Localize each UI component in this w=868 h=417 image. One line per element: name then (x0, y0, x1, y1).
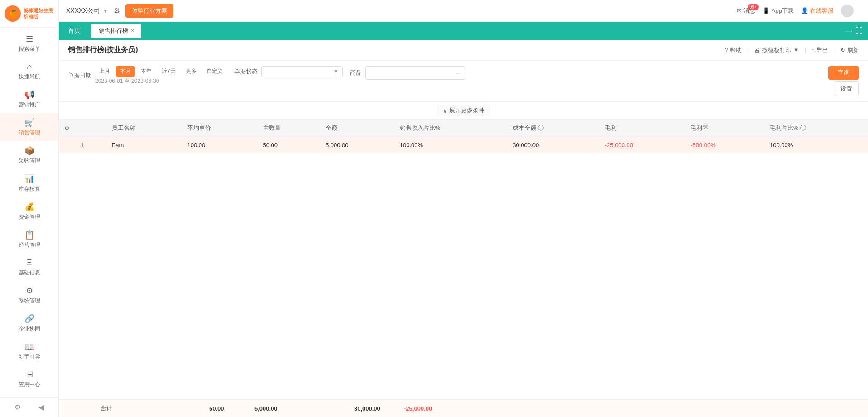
nav-label-purchase: 采购管理 (19, 157, 40, 165)
th-avg-price: 平均单价 (182, 120, 258, 137)
sidebar-item-sales[interactable]: 🛒销售管理 (0, 113, 58, 141)
help-button[interactable]: ? 帮助 (725, 46, 742, 54)
tab-home[interactable]: 首页 (59, 22, 90, 40)
date-custom-tab[interactable]: 自定义 (202, 66, 227, 77)
sidebar-item-operations[interactable]: 📋经营管理 (0, 225, 58, 254)
row-settings[interactable] (59, 137, 75, 153)
sidebar-item-guide[interactable]: 📖新手引导 (0, 337, 58, 365)
topbar-right: ✉ 消息 99+ 📱 App下载 👤 在线客服 (737, 5, 861, 17)
sidebar-item-basic[interactable]: Ξ基础信息 (0, 254, 58, 281)
date-current-year-tab[interactable]: 本年 (137, 66, 156, 77)
row-name: Eam (106, 137, 182, 153)
sidebar-settings-icon[interactable]: ⚙ (14, 403, 21, 412)
nav-icon-quick: ⌂ (27, 62, 32, 72)
nav-label-finance: 资金管理 (19, 213, 40, 221)
date-more-tab[interactable]: 更多 (182, 66, 201, 77)
nav-icon-guide: 📖 (24, 342, 34, 352)
footer-amount: 5,000.00 (254, 405, 300, 412)
nav-label-guide: 新手引导 (19, 353, 40, 361)
nav-icon-marketing: 📢 (24, 90, 34, 100)
nav-label-inventory: 库存核算 (19, 185, 40, 193)
content-area: 销售排行榜(按业务员) ? 帮助 | 🖨 按模板打印 ▼ | ↑ 导出 | (59, 40, 868, 417)
nav-icon-sales: 🛒 (24, 118, 34, 128)
goods-filter: 商品 ··· (350, 66, 465, 80)
th-settings[interactable]: ⚙ (59, 120, 75, 137)
th-profit-pct: 毛利占比% ⓘ (764, 120, 868, 137)
app-download-button[interactable]: 📱 App下载 (762, 7, 794, 15)
date-tabs: 上月 本月 本年 近7天 更多 自定义 (95, 66, 227, 77)
date-last-month-tab[interactable]: 上月 (95, 66, 114, 77)
nav-label-quick: 快捷导航 (19, 73, 40, 81)
service-icon: 👤 (801, 7, 808, 14)
date-7days-tab[interactable]: 近7天 (158, 66, 180, 77)
row-amount: 5,000.00 (320, 137, 394, 153)
export-icon: ↑ (811, 47, 815, 53)
data-table: ⚙ 员工名称 平均单价 主数量 全额 销售收入占比% 成本全额 ⓘ 毛利 毛利率… (59, 120, 868, 153)
th-name: 员工名称 (106, 120, 182, 137)
company-selector[interactable]: XXXXX公司 ▼ (66, 7, 108, 15)
date-label: 单据日期 (68, 72, 91, 80)
print-button[interactable]: 🖨 按模板打印 ▼ (754, 46, 799, 54)
table-row: 1 Eam 100.00 50.00 5,000.00 100.00% 30,0… (59, 137, 868, 153)
header-row: ⚙ 员工名称 平均单价 主数量 全额 销售收入占比% 成本全额 ⓘ 毛利 毛利率… (59, 120, 868, 137)
help-icon: ? (725, 47, 728, 53)
try-industry-button[interactable]: 体验行业方案 (125, 4, 173, 18)
th-sales-pct: 销售收入占比% (394, 120, 507, 137)
company-chevron-icon: ▼ (103, 8, 108, 14)
online-service-button[interactable]: 👤 在线客服 (801, 7, 834, 15)
sidebar-collapse-icon[interactable]: ◀ (38, 403, 44, 412)
sidebar-item-inventory[interactable]: 📊库存核算 (0, 169, 58, 197)
row-profit-rate: -500.00% (685, 137, 764, 153)
tabbar-expand-icon[interactable]: ⛶ (855, 27, 863, 35)
avatar[interactable] (841, 5, 854, 17)
sidebar-item-wechat[interactable]: 💬企业微信 (0, 393, 58, 397)
nav-label-marketing: 营销推广 (19, 101, 40, 109)
sidebar-item-marketing[interactable]: 📢营销推广 (0, 85, 58, 113)
export-button[interactable]: ↑ 导出 (811, 46, 828, 54)
nav-label-search: 搜索菜单 (19, 45, 40, 53)
status-label: 单据状态 (234, 67, 258, 76)
row-sales-pct: 100.00% (394, 137, 507, 153)
expand-row: ∨ 展开更多条件 (59, 102, 868, 120)
tab-sales-ranking[interactable]: 销售排行榜 × (91, 24, 141, 38)
logo-text: 畅康通好生意 标准版 (24, 7, 53, 20)
goods-input[interactable]: ··· (365, 66, 465, 80)
row-profit-pct: 100.00% (764, 137, 868, 153)
sidebar-item-collab[interactable]: 🔗企业协同 (0, 309, 58, 337)
status-select[interactable]: ▼ (261, 66, 343, 77)
row-cost: 30,000.00 (507, 137, 599, 153)
topbar-settings-icon[interactable]: ⚙ (114, 6, 120, 15)
app-label: App下载 (772, 7, 794, 15)
sidebar-item-quick[interactable]: ⌂快捷导航 (0, 58, 58, 85)
nav-icon-purchase: 📦 (24, 146, 34, 156)
query-button[interactable]: 查询 (828, 66, 859, 80)
sidebar-item-purchase[interactable]: 📦采购管理 (0, 141, 58, 169)
sidebar-item-apps[interactable]: 🖥应用中心 (0, 365, 58, 393)
page-actions: ? 帮助 | 🖨 按模板打印 ▼ | ↑ 导出 | ↻ 刷新 (725, 46, 859, 54)
divider1: | (747, 47, 748, 53)
nav-label-apps: 应用中心 (19, 381, 40, 388)
divider2: | (805, 47, 806, 53)
expand-conditions-button[interactable]: ∨ 展开更多条件 (437, 105, 490, 116)
footer-total-label: 合计 (101, 404, 155, 412)
message-button[interactable]: ✉ 消息 99+ (737, 7, 755, 15)
refresh-label: 刷新 (847, 46, 859, 54)
refresh-button[interactable]: ↻ 刷新 (840, 46, 859, 54)
sidebar-item-finance[interactable]: 💰资金管理 (0, 197, 58, 225)
date-current-month-tab[interactable]: 本月 (116, 66, 135, 77)
sidebar-item-system[interactable]: ⚙系统管理 (0, 281, 58, 309)
nav-icon-basic: Ξ (27, 258, 32, 268)
tab-close-icon[interactable]: × (131, 28, 134, 34)
nav-label-collab: 企业协同 (19, 325, 40, 333)
nav-label-system: 系统管理 (19, 297, 40, 305)
tabbar-minimize-icon[interactable]: — (844, 27, 852, 35)
sidebar-item-search[interactable]: ☰搜索菜单 (0, 29, 58, 58)
tab-label: 销售排行榜 (99, 27, 128, 35)
refresh-icon: ↻ (840, 47, 845, 53)
sidebar: 🍊 畅康通好生意 标准版 ☰搜索菜单⌂快捷导航📢营销推广🛒销售管理📦采购管理📊库… (0, 0, 59, 417)
goods-dots: ··· (456, 70, 461, 77)
settings-button[interactable]: 设置 (834, 81, 859, 96)
nav-label-basic: 基础信息 (19, 269, 40, 277)
topbar: XXXXX公司 ▼ ⚙ 体验行业方案 ✉ 消息 99+ 📱 App下载 👤 在线… (59, 0, 868, 22)
divider3: | (834, 47, 835, 53)
